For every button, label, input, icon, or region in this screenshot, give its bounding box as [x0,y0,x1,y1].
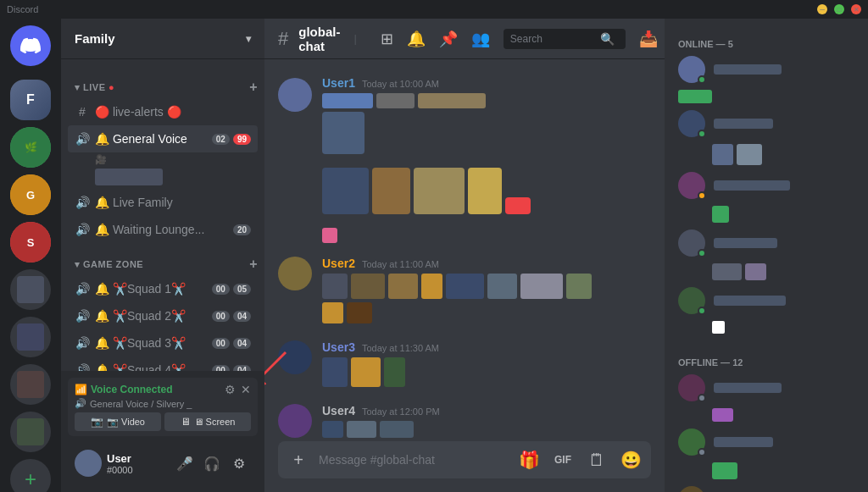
video-button[interactable]: 📷 📷 Video [75,412,161,431]
deafen-button[interactable]: 🎧 [200,451,224,475]
voice-leave-icon[interactable]: ✕ [241,383,251,396]
offline-members-header: OFFLINE — 12 [665,344,868,371]
voice-settings-icon[interactable]: ⚙ [225,383,236,396]
channel-squad1[interactable]: 🔊 🔔 ✂️Squad 1✂️ 00 05 [68,275,258,302]
member-name-blur [714,180,790,191]
member-item[interactable] [671,169,861,202]
color-block [712,462,737,479]
sticker-icon[interactable]: 🗒 [583,446,610,473]
member-item[interactable] [671,107,861,141]
camera-icon: 📷 [91,416,103,428]
server-5[interactable] [10,269,51,310]
server-4[interactable]: S [10,222,51,263]
mute-button[interactable]: 🎤 [173,451,197,475]
screen-share-button[interactable]: 🖥 🖥 Screen [164,412,251,431]
app-name: Discord [7,4,817,14]
message-header: User2 Today at 11:00 AM [322,257,592,270]
minimize-button[interactable]: ─ [817,4,827,14]
voice-hash-icon: 🔊 [75,398,86,409]
server-7[interactable] [10,364,51,405]
message-area: User1 Today at 10:00 AM [264,59,665,441]
member-item[interactable] [671,371,861,405]
channel-waiting-lounge[interactable]: 🔊 🔔 Waiting Lounge... 20 [68,216,258,243]
add-channel-button[interactable]: + [249,80,258,95]
color-row [665,141,868,169]
voice-buttons: 📷 📷 Video 🖥 🖥 Screen [75,412,251,431]
server-8[interactable] [10,412,51,452]
avatar [278,257,312,290]
server-header[interactable]: Family ▾ [61,19,264,59]
member-name-blur [714,64,782,75]
maximize-button[interactable]: □ [834,4,844,14]
emoji-icon[interactable]: 😀 [617,446,644,473]
category-live[interactable]: ▾ LIVE ● + [61,66,264,98]
header-separator: | [353,32,356,45]
channel-squad2[interactable]: 🔊 🔔 ✂️Squad 2✂️ 00 04 [68,302,258,329]
message-username: User2 [322,257,355,270]
server-list: F 🌿 G S + [0,19,61,492]
channel-badges: 02 99 [212,134,251,145]
message-input-container: + 🎁 GIF 🗒 😀 [278,441,651,478]
add-server-button[interactable]: + [10,459,51,492]
message-header: User1 Today at 10:00 AM [322,76,651,90]
notifications-icon[interactable]: 🔔 [407,30,426,48]
members-icon[interactable]: 👥 [471,30,490,48]
member-content [714,64,854,75]
channel-general-voice[interactable]: 🔊 🔔 General Voice 02 99 [68,125,258,152]
server-family[interactable]: F [10,80,51,120]
image-block [414,168,465,214]
add-content-button[interactable]: + [285,446,312,473]
message-input[interactable] [312,453,515,467]
blurred-blocks [322,421,440,438]
gif-button[interactable]: GIF [549,446,576,473]
channel-live-alerts[interactable]: # 🔴 live-alerts 🔴 [68,98,258,125]
status-dot [698,130,706,138]
image-block [505,197,531,214]
channel-list: ▾ LIVE ● + # 🔴 live-alerts 🔴 🔊 🔔 General… [61,59,264,371]
member-item[interactable] [671,226,861,260]
hash-icon: # [278,28,288,50]
server-3[interactable]: G [10,174,51,215]
category-game-zone[interactable]: ▾ GAME ZONE + [61,243,264,275]
close-button[interactable]: ✕ [851,4,861,14]
search-input[interactable] [510,33,595,45]
member-avatar [678,287,705,314]
input-area: + 🎁 GIF 🗒 😀 [264,441,665,492]
avatar [278,78,312,112]
member-avatar [678,374,705,401]
member-item[interactable] [671,53,861,86]
user-panel: User #0000 🎤 🎧 ⚙ [68,441,258,485]
member-name-blur [714,296,786,306]
color-block [347,421,376,438]
channel-live-family[interactable]: 🔊 🔔 Live Family [68,189,258,216]
member-item[interactable] [671,425,861,459]
channel-squad4[interactable]: 🔊 🔔 ✂️Squad 4✂️ 00 04 [68,357,258,371]
gift-icon[interactable]: 🎁 [515,446,542,473]
category-live-label: ▾ LIVE ● [75,82,114,93]
inbox-icon[interactable]: 📥 [639,30,658,48]
members-sidebar: ONLINE — 5 [665,19,868,492]
speaker-icon: 🔊 [75,132,90,146]
color-block [351,357,381,387]
member-item[interactable] [671,284,861,318]
member-avatar [678,172,705,199]
speaker-icon: 🔊 [75,363,90,371]
main-content: # global-chat | Global Chat is also know… [264,19,665,492]
channel-badges: 00 04 [212,338,251,349]
search-bar[interactable]: 🔍 [504,29,626,49]
member-name-blur [714,119,773,129]
server-6[interactable] [10,317,51,357]
color-block [380,421,414,438]
color-row [665,260,868,284]
member-item[interactable] [671,483,861,492]
add-channel-game-button[interactable]: + [249,257,258,272]
header-icons: ⊞ 🔔 📌 👥 🔍 📥 ❓ [381,29,665,49]
threads-icon[interactable]: ⊞ [381,30,393,48]
member-avatar [678,229,705,257]
user-settings-button[interactable]: ⚙ [227,451,251,475]
avatar-spacer [278,168,312,214]
pin-icon[interactable]: 📌 [439,30,458,48]
channel-squad3[interactable]: 🔊 🔔 ✂️Squad 3✂️ 00 04 [68,329,258,357]
home-button[interactable] [10,25,51,66]
server-2[interactable]: 🌿 [10,127,51,168]
